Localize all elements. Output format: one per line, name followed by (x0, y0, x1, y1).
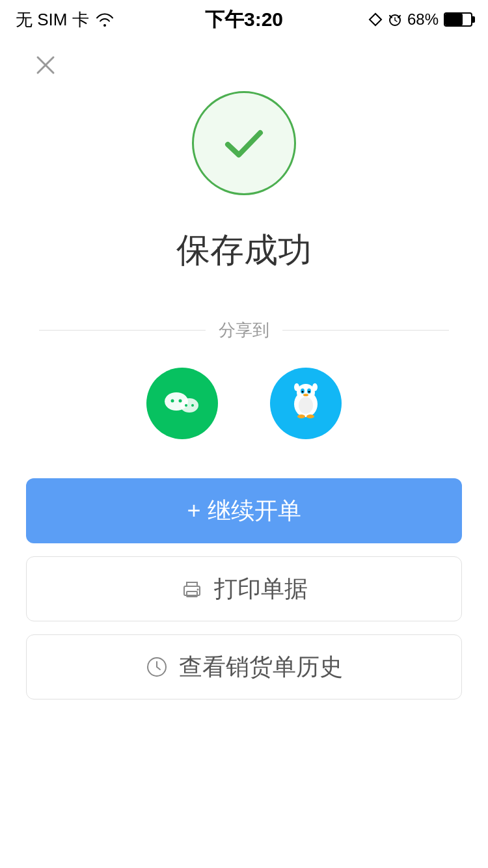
actions: + 继续开单 打印单据 查看销货单历史 (0, 478, 488, 699)
status-time: 下午3:20 (205, 7, 283, 33)
svg-point-8 (191, 404, 194, 407)
battery-icon (444, 12, 472, 27)
svg-point-23 (197, 589, 199, 591)
svg-point-20 (312, 383, 318, 391)
divider-line-left (39, 330, 206, 331)
svg-point-14 (308, 391, 310, 393)
share-divider: 分享到 (0, 319, 488, 342)
svg-point-19 (294, 383, 299, 391)
qq-button[interactable] (270, 368, 342, 439)
status-bar: 无 SIM 卡 下午3:20 68% (0, 0, 488, 39)
divider-line-right (282, 330, 449, 331)
location-icon (368, 12, 383, 27)
print-icon (180, 577, 204, 601)
svg-point-13 (302, 391, 304, 393)
share-label: 分享到 (206, 319, 282, 342)
svg-point-4 (180, 398, 198, 413)
status-left: 无 SIM 卡 (16, 8, 114, 31)
checkmark-icon (218, 117, 270, 169)
svg-point-15 (303, 394, 308, 396)
success-circle (192, 91, 296, 195)
battery-percent: 68% (407, 10, 439, 29)
success-title: 保存成功 (176, 228, 312, 273)
print-button[interactable]: 打印单据 (26, 556, 462, 621)
wechat-icon (159, 381, 205, 426)
main-content: 保存成功 分享到 (0, 39, 488, 868)
wechat-button[interactable] (146, 368, 218, 439)
close-button[interactable] (26, 46, 65, 85)
svg-point-17 (297, 414, 305, 418)
svg-point-6 (179, 400, 182, 403)
continue-button[interactable]: + 继续开单 (26, 478, 462, 543)
status-right: 68% (368, 10, 472, 29)
svg-point-5 (171, 400, 174, 403)
alarm-icon (388, 12, 402, 27)
no-sim-label: 无 SIM 卡 (16, 8, 89, 31)
svg-point-18 (306, 414, 314, 418)
history-button[interactable]: 查看销货单历史 (26, 634, 462, 699)
qq-icon (283, 381, 329, 426)
print-label: 打印单据 (214, 573, 308, 605)
history-icon (145, 655, 169, 679)
svg-point-16 (299, 397, 313, 414)
svg-point-7 (185, 404, 187, 407)
share-icons (146, 368, 342, 439)
share-section: 分享到 (0, 319, 488, 439)
wifi-icon (96, 12, 114, 27)
history-label: 查看销货单历史 (179, 651, 343, 683)
